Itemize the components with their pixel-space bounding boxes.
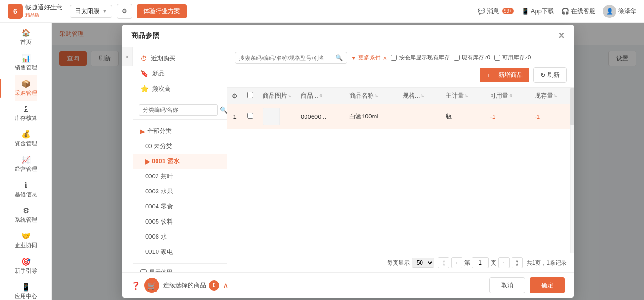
confirm-button[interactable]: 确定	[530, 277, 565, 293]
first-page-btn[interactable]: ⟪	[438, 257, 449, 268]
last-page-btn[interactable]: ⟫	[512, 257, 523, 268]
tag-icon: 🔖	[140, 70, 149, 77]
selected-count-area: 连续选择的商品 0	[163, 280, 219, 291]
th-unit[interactable]: 主计量 ⇅	[441, 88, 485, 104]
close-icon[interactable]: ✕	[558, 32, 565, 40]
help-icon[interactable]: ❓	[131, 281, 140, 290]
available-stock-checkbox[interactable]	[494, 55, 500, 61]
nav-selector[interactable]: 日太阳膜 ▼	[70, 5, 112, 18]
trial-button[interactable]: 体验行业方案	[137, 4, 187, 18]
cat-item-0002[interactable]: 0002 茶叶	[133, 169, 227, 184]
th-name[interactable]: 商品名称 ⇅	[345, 88, 398, 104]
product-table-wrap: ⚙ 商品图片 ⇅ 商品... ⇅	[227, 88, 574, 253]
next-page-btn[interactable]: ›	[498, 257, 510, 268]
cart-icon[interactable]: 🛒	[144, 278, 159, 293]
modal-overlay: 商品参照 ✕ « ⏱ 近期购买	[52, 23, 644, 300]
frequent-tab[interactable]: ⭐ 频次高	[133, 81, 227, 96]
cat-label: 0004 零食	[145, 202, 173, 211]
collapse-panel-btn[interactable]: «	[122, 47, 133, 66]
search-icon[interactable]: 🔍	[335, 54, 343, 61]
footer-right: 取消 确定	[489, 277, 565, 293]
sidebar-item-system[interactable]: ⚙ 系统管理	[0, 202, 51, 228]
search-toolbar: 🔍 ▼ 更多条件 ∧ 按仓库显示现有库存	[227, 47, 574, 88]
th-stock[interactable]: 现存量 ⇅	[530, 88, 574, 104]
cat-label: 0008 水	[145, 233, 167, 241]
sort-icon: ⇅	[375, 94, 378, 98]
filter-more-btn[interactable]: ▼ 更多条件 ∧	[351, 54, 387, 62]
cat-item-00[interactable]: 00 未分类	[133, 139, 227, 154]
cat-item-0003[interactable]: 0003 水果	[133, 184, 227, 199]
prev-page-btn[interactable]: ‹	[451, 257, 462, 268]
sidebar-item-purchase[interactable]: 📦 采购管理	[0, 75, 51, 101]
modal-body: « ⏱ 近期购买 🔖 新品	[122, 47, 574, 272]
product-search-input[interactable]	[239, 55, 333, 61]
row-code: 000600...	[296, 104, 345, 129]
check-available-stock[interactable]: 可用库存≠0	[494, 54, 531, 62]
page-nav: ⟪ ‹ 第 页 › ⟫	[438, 257, 523, 268]
refresh-button[interactable]: ↻ 刷新	[533, 67, 567, 83]
row-checkbox[interactable]	[242, 104, 258, 129]
sidebar-item-guide[interactable]: 🎯 新手引导	[0, 253, 51, 279]
cat-label: 0003 水果	[145, 187, 173, 196]
scrollbar-thumb[interactable]	[570, 88, 574, 125]
cat-item-0005[interactable]: 0005 饮料	[133, 214, 227, 229]
search-icon[interactable]: 🔍	[220, 106, 227, 114]
table-row[interactable]: 1 000600... 白酒100ml 瓶	[227, 104, 574, 129]
inventory-icon: 🗄	[22, 105, 30, 113]
sidebar-item-finance[interactable]: 💰 资金管理	[0, 126, 51, 151]
display-disabled-area: 显示停用	[133, 263, 227, 272]
sidebar-item-operations[interactable]: 📈 经营管理	[0, 151, 51, 177]
row-available: -1	[485, 104, 529, 129]
check-label: 现有库存≠0	[462, 54, 490, 62]
row-select-checkbox[interactable]	[247, 113, 253, 119]
th-spec[interactable]: 规格... ⇅	[398, 88, 441, 104]
sidebar-item-basics[interactable]: ℹ 基础信息	[0, 177, 51, 202]
count-badge: 0	[209, 280, 219, 291]
message-btn[interactable]: 💬 消息 99+	[478, 7, 514, 16]
cat-item-all[interactable]: ▶ 全部分类	[133, 124, 227, 139]
app-download-btn[interactable]: 📱 App下载	[521, 7, 554, 16]
check-warehouse-stock[interactable]: 按仓库显示现有库存	[391, 54, 450, 62]
cat-item-0001[interactable]: ▶ 0001 酒水	[133, 154, 227, 169]
sidebar-item-home[interactable]: 🏠 首页	[0, 25, 51, 50]
selected-label: 连续选择的商品	[163, 281, 206, 290]
cat-item-0008[interactable]: 0008 水	[133, 229, 227, 244]
add-product-button[interactable]: + + 新增商品	[480, 68, 529, 82]
nonzero-stock-checkbox[interactable]	[454, 55, 460, 61]
filter-label: 更多条件	[358, 54, 381, 62]
cat-label: 0005 饮料	[145, 217, 173, 226]
online-service-btn[interactable]: 🎧 在线客服	[561, 7, 595, 16]
chevron-down-icon: ▼	[102, 8, 107, 14]
sidebar-label: 基础信息	[15, 191, 37, 199]
category-search-input[interactable]	[139, 104, 218, 116]
ops-icon: 📈	[21, 155, 31, 164]
sidebar-item-collab[interactable]: 🤝 企业协同	[0, 228, 51, 253]
message-badge: 99+	[502, 8, 514, 14]
check-nonzero-stock[interactable]: 现有库存≠0	[454, 54, 490, 62]
sidebar-item-sales[interactable]: 📊 销售管理	[0, 50, 51, 75]
th-available[interactable]: 可用量 ⇅	[485, 88, 529, 104]
page-size-select[interactable]: 50	[412, 258, 434, 268]
th-checkbox[interactable]	[242, 88, 258, 104]
sidebar-item-inventory[interactable]: 🗄 库存核算	[0, 101, 51, 126]
top-right-area: 💬 消息 99+ 📱 App下载 🎧 在线客服 👤 徐泽华	[478, 5, 636, 18]
cat-item-0004[interactable]: 0004 零食	[133, 199, 227, 214]
user-area[interactable]: 👤 徐泽华	[603, 5, 636, 18]
cat-item-0010[interactable]: 0010 家电	[133, 244, 227, 259]
cancel-button[interactable]: 取消	[489, 277, 525, 293]
table-header-row: ⚙ 商品图片 ⇅ 商品... ⇅	[227, 88, 574, 104]
new-products-tab[interactable]: 🔖 新品	[133, 66, 227, 81]
th-code[interactable]: 商品... ⇅	[296, 88, 345, 104]
footer-left: ❓ 🛒 连续选择的商品 0 ∧	[131, 278, 229, 293]
settings-icon[interactable]: ⚙	[117, 4, 132, 19]
sidebar-item-appstore[interactable]: 📱 应用中心	[0, 279, 51, 300]
th-settings[interactable]: ⚙	[227, 88, 242, 104]
recent-purchase-tab[interactable]: ⏱ 近期购买	[133, 51, 227, 66]
system-icon: ⚙	[23, 206, 29, 215]
warehouse-stock-checkbox[interactable]	[391, 55, 397, 61]
select-all-checkbox[interactable]	[247, 92, 253, 98]
message-icon: 💬	[478, 8, 485, 15]
right-panel: 🔍 ▼ 更多条件 ∧ 按仓库显示现有库存	[227, 47, 574, 272]
collapse-up-icon[interactable]: ∧	[223, 281, 229, 290]
page-number-input[interactable]	[472, 257, 489, 268]
